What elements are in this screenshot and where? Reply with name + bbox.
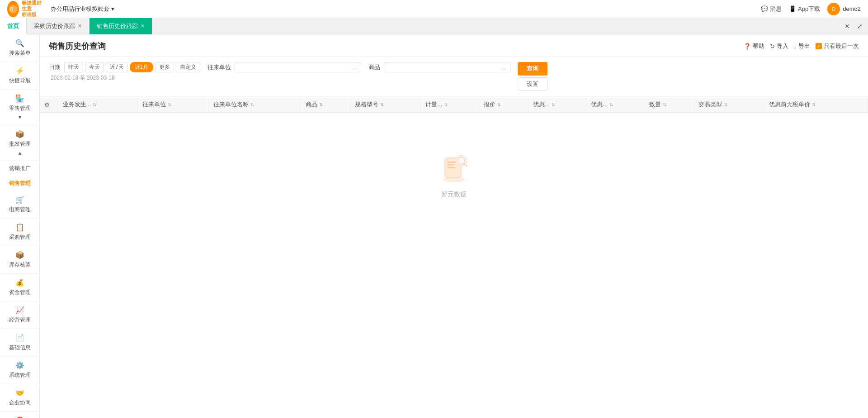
import-btn[interactable]: ↻ 导入 [770, 42, 788, 50]
sidebar-label-shortcut: 快捷导航 [9, 77, 31, 85]
sidebar-label-finance: 资金管理 [9, 289, 31, 296]
help-icon: ❓ [744, 43, 751, 50]
date-btn-1month[interactable]: 近1月 [130, 62, 154, 72]
svg-text:6: 6 [10, 6, 13, 13]
sidebar-sub-item-marketing[interactable]: 营销推广 [0, 161, 39, 176]
table-header-row: ⚙ 业务发生...⇅ 往来单位⇅ 往来单位名称⇅ 商品⇅ [40, 97, 868, 113]
th-product[interactable]: 商品⇅ [301, 97, 350, 113]
sidebar-item-wholesale[interactable]: 📦 批发管理 ▴ [0, 125, 39, 161]
sidebar-item-retail[interactable]: 🏪 零售管理 ▾ [0, 90, 39, 125]
sidebar: 🔍 搜索菜单 ⚡ 快捷导航 🏪 零售管理 ▾ 📦 批发管理 ▴ 营销推广 销售管… [0, 34, 40, 418]
product-filter-col: 商品 ... [368, 62, 510, 72]
th-settings[interactable]: ⚙ [40, 97, 58, 113]
th-discount-rate[interactable]: 优惠...⇅ [528, 97, 586, 113]
close-sales-tab-icon[interactable]: ✕ [141, 23, 145, 29]
partner-input[interactable]: ... [235, 62, 361, 72]
partner-filter-col: 往来单位 ... [208, 62, 361, 72]
sidebar-item-inventory[interactable]: 📦 库存核算 [0, 246, 39, 274]
only-last-checkbox-label[interactable]: 只看最后一次 [816, 42, 859, 50]
tab-sales[interactable]: 销售历史价跟踪 ✕ [90, 18, 152, 34]
tab-home[interactable]: 首页 [0, 18, 27, 34]
date-btn-more[interactable]: 更多 [155, 62, 174, 72]
sort-icon-trade-type: ⇅ [724, 102, 727, 107]
sort-icon-discount-rate: ⇅ [552, 102, 555, 107]
sidebar-item-ecommerce[interactable]: 🛒 电商管理 [0, 191, 39, 218]
empty-illustration [436, 149, 472, 185]
sort-icon-partner-name: ⇅ [250, 102, 254, 107]
sort-icon-partner-code: ⇅ [168, 102, 171, 107]
page-header-actions: ❓ 帮助 ↻ 导入 ↓ 导出 只看最后一次 [744, 42, 859, 50]
table-settings-icon[interactable]: ⚙ [44, 101, 50, 108]
filter-row: 日期 昨天 今天 近7天 近1月 更多 自定义 2023-02-18 至 202… [49, 62, 547, 91]
sidebar-label-operations: 经营管理 [9, 316, 31, 324]
settings-btn[interactable]: 设置 [518, 77, 547, 91]
query-btn[interactable]: 查询 [518, 62, 547, 76]
sort-icon-biz-date: ⇅ [93, 102, 96, 107]
user-name: demo2 [843, 5, 861, 12]
th-discount-amt[interactable]: 优惠...⇅ [586, 97, 645, 113]
sort-icon-pretax-price: ⇅ [812, 102, 816, 107]
product-input-dots: ... [502, 64, 507, 71]
purchase-icon: 📋 [15, 223, 24, 232]
import-icon: ↻ [770, 43, 775, 50]
filter-bar: 日期 昨天 今天 近7天 近1月 更多 自定义 2023-02-18 至 202… [40, 57, 868, 97]
date-filter-label: 日期 [49, 63, 61, 71]
export-btn[interactable]: ↓ 导出 [794, 42, 811, 50]
sidebar-item-enterprise[interactable]: 🤝 企业协同 [0, 384, 39, 412]
sidebar-item-basic-info[interactable]: 📄 基础信息 [0, 329, 39, 356]
sidebar-sub-item-sales[interactable]: 销售管理 [0, 176, 39, 191]
svg-rect-6 [447, 167, 455, 168]
logo-area: 6 畅捷通好生意 标准版 [7, 0, 43, 18]
tab-bar-actions: ✕ ⤢ [843, 21, 868, 32]
th-biz-date[interactable]: 业务发生...⇅ [58, 97, 138, 113]
product-input[interactable]: ... [384, 62, 510, 72]
sidebar-label-basic-info: 基础信息 [9, 344, 31, 352]
th-quantity[interactable]: 数量⇅ [645, 97, 694, 113]
table-container: ⚙ 业务发生...⇅ 往来单位⇅ 往来单位名称⇅ 商品⇅ [40, 97, 868, 418]
sort-icon-spec: ⇅ [380, 102, 384, 107]
search-icon: 🔍 [15, 39, 24, 48]
sidebar-item-shortcut[interactable]: ⚡ 快捷导航 [0, 62, 39, 90]
sidebar-label-purchase: 采购管理 [9, 233, 31, 241]
th-spec[interactable]: 规格型号⇅ [350, 97, 421, 113]
wholesale-expand-icon: ▴ [19, 150, 21, 156]
th-partner-code[interactable]: 往来单位⇅ [138, 97, 209, 113]
sidebar-item-system[interactable]: ⚙️ 系统管理 [0, 356, 39, 384]
th-pretax-price[interactable]: 优惠前无税单价⇅ [764, 97, 868, 113]
tab-purchase[interactable]: 采购历史价跟踪 ✕ [27, 18, 90, 34]
expand-icon[interactable]: ⤢ [855, 21, 864, 32]
th-unit[interactable]: 计量...⇅ [421, 97, 479, 113]
only-last-checkbox[interactable] [816, 43, 822, 49]
app-selector[interactable]: 办公用品行业模拟账套 ▾ [47, 3, 118, 15]
sort-icon-price: ⇅ [497, 102, 501, 107]
content-area: 销售历史价查询 ❓ 帮助 ↻ 导入 ↓ 导出 只看最后一次 [40, 34, 868, 418]
sidebar-item-guide[interactable]: 🎯 新手引导 [0, 412, 39, 418]
app-download-btn[interactable]: 📱 App下载 [789, 5, 820, 13]
page-header: 销售历史价查询 ❓ 帮助 ↻ 导入 ↓ 导出 只看最后一次 [40, 34, 868, 57]
th-trade-type[interactable]: 交易类型⇅ [693, 97, 764, 113]
wholesale-icon: 📦 [15, 130, 24, 138]
filter-btn-area: 查询 设置 [518, 62, 547, 91]
date-btn-today[interactable]: 今天 [85, 62, 104, 72]
retail-expand-icon: ▾ [19, 114, 21, 120]
user-area[interactable]: D demo2 [827, 3, 861, 15]
sidebar-item-finance[interactable]: 💰 资金管理 [0, 274, 39, 301]
home-tab-label: 首页 [7, 22, 19, 30]
sidebar-item-purchase[interactable]: 📋 采购管理 [0, 218, 39, 246]
message-btn[interactable]: 💬 消息 [761, 5, 782, 13]
sidebar-item-search[interactable]: 🔍 搜索菜单 [0, 34, 39, 62]
import-label: 导入 [777, 42, 788, 50]
close-all-tabs-icon[interactable]: ✕ [843, 21, 852, 32]
data-table: ⚙ 业务发生...⇅ 往来单位⇅ 往来单位名称⇅ 商品⇅ [40, 97, 868, 113]
sidebar-item-operations[interactable]: 📈 经营管理 [0, 301, 39, 329]
help-btn[interactable]: ❓ 帮助 [744, 42, 764, 50]
close-purchase-tab-icon[interactable]: ✕ [78, 23, 82, 29]
basic-info-icon: 📄 [15, 333, 24, 342]
th-partner-name[interactable]: 往来单位名称⇅ [208, 97, 301, 113]
th-price[interactable]: 报价⇅ [479, 97, 528, 113]
export-label: 导出 [798, 42, 810, 50]
sidebar-label-inventory: 库存核算 [9, 261, 31, 269]
date-btn-7days[interactable]: 近7天 [106, 62, 128, 72]
date-btn-yesterday[interactable]: 昨天 [64, 62, 83, 72]
date-btn-custom[interactable]: 自定义 [176, 62, 200, 72]
